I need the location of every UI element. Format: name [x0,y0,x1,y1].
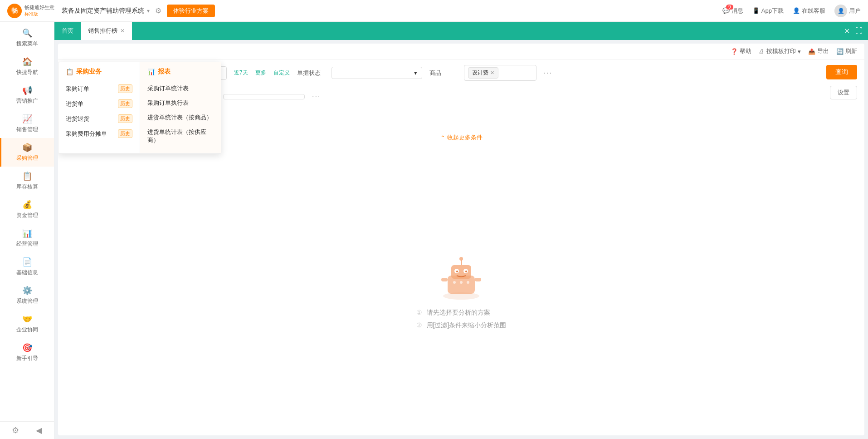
sidebar-label-cooperation: 企业协同 [16,326,38,334]
sidebar-label-operation: 经营管理 [16,240,38,248]
sidebar-item-basic[interactable]: 📄 基础信息 [0,252,54,281]
purchase-icon: 📦 [22,143,32,153]
system-title: 装备及固定资产辅助管理系统 ▾ [62,7,150,15]
settings-gear-icon[interactable]: ⚙ [155,6,161,15]
hist-badge-expense: 历史 [118,129,132,138]
settings-bottom-icon[interactable]: ⚙ [12,425,19,435]
hist-badge-purchase-order: 历史 [118,84,132,93]
goods-filter[interactable]: 设计费 ✕ [464,65,536,81]
doc-status-select[interactable]: ▾ [332,67,422,79]
date-shortcut-custom[interactable]: 自定义 [273,69,290,77]
logo-title: 畅捷通好生意 [24,4,54,10]
industry-btn[interactable]: 体验行业方案 [167,5,215,17]
tab-close-icon[interactable]: ✕ [120,28,125,34]
purchase-section-icon: 📋 [66,68,73,75]
avatar: 👤 [834,5,847,17]
tab-fullscreen-icon[interactable]: ⛶ [853,25,864,37]
operation-icon: 📊 [22,228,32,238]
svg-point-8 [459,257,463,261]
refresh-btn[interactable]: 🔄 刷新 [836,47,857,55]
collapse-sidebar-icon[interactable]: ◀ [36,425,42,435]
avatar-icon: 👤 [838,8,844,14]
sidebar-item-system[interactable]: ⚙️ 系统管理 [0,281,54,310]
dropdown-item-inbound-supplier[interactable]: 进货单统计表（按供应商） [147,125,214,148]
purchase-dropdown-menu: 📋 采购业务 采购订单 历史 进货单 历史 进货退货 [58,62,221,154]
dropdown-item-expense[interactable]: 采购费用分摊单 历史 [66,126,132,141]
main-layout: 🔍 搜索菜单 🏠 快捷导航 📢 营销推广 📈 销售管理 📦 采购管理 📋 库存核… [0,22,868,439]
sales-icon: 📈 [22,114,32,124]
sidebar-item-purchase[interactable]: 📦 采购管理 [0,138,54,167]
service-icon: 👤 [793,7,800,14]
sidebar-label-capital: 资金管理 [16,212,38,219]
sidebar-item-capital[interactable]: 💰 资金管理 [0,195,54,224]
user-label: 用户 [849,7,861,15]
marketing-icon: 📢 [22,85,32,95]
sidebar-label-search-menu: 搜索菜单 [16,40,38,48]
sidebar-item-operation[interactable]: 📊 经营管理 [0,224,54,252]
date-shortcut-more[interactable]: 更多 [255,69,266,77]
online-service-label: 在线客服 [802,7,825,15]
inventory-icon: 📋 [22,171,32,181]
filter-action-area: 查询 设置 [826,65,857,99]
sidebar-item-marketing[interactable]: 📢 营销推广 [0,81,54,109]
doc-status-label: 单据状态 [297,69,324,77]
sidebar-item-search-menu[interactable]: 🔍 搜索菜单 [0,24,54,52]
report-section-title: 📊 报表 [147,68,214,76]
svg-point-5 [456,271,458,272]
sidebar-item-cooperation[interactable]: 🤝 企业协同 [0,310,54,338]
tab-bar: 首页 销售排行榜 ✕ ✕ ⛶ [54,22,868,40]
guide-icon: 🎯 [22,343,32,353]
collapse-label: 收起更多条件 [447,133,483,142]
active-bar [0,138,1,167]
export-btn[interactable]: 📤 导出 [808,47,829,55]
empty-hint1: ① 请先选择要分析的方案 [416,306,507,319]
dropdown-item-purchase-order[interactable]: 采购订单 历史 [66,81,132,96]
tab-sales-ranking[interactable]: 销售排行榜 ✕ [81,22,132,40]
refresh-label: 刷新 [845,47,857,55]
sidebar-item-guide[interactable]: 🎯 新手引导 [0,338,54,367]
notification-item[interactable]: 💬 9 消息 [722,7,743,15]
salesperson-more-dots[interactable]: ··· [312,93,321,101]
quick-nav-icon: 🏠 [22,57,32,67]
dropdown-item-inbound[interactable]: 进货单 历史 [66,96,132,111]
search-menu-icon: 🔍 [22,28,32,38]
dropdown-item-purchase-stat[interactable]: 采购订单统计表 [147,81,214,96]
goods-tag-close[interactable]: ✕ [490,70,494,76]
tab-close-window-icon[interactable]: ✕ [842,25,852,37]
sidebar-bottom: ⚙ ◀ [0,421,54,439]
cooperation-icon: 🤝 [22,314,32,324]
settings-btn[interactable]: 设置 [830,86,857,99]
app-download-item[interactable]: 📱 App下载 [752,7,784,15]
notification-badge: 9 [726,5,733,10]
sidebar-label-quick-nav: 快捷导航 [16,69,38,76]
sidebar: 🔍 搜索菜单 🏠 快捷导航 📢 营销推广 📈 销售管理 📦 采购管理 📋 库存核… [0,22,54,439]
tab-bar-end: ✕ ⛶ [842,25,868,37]
help-btn[interactable]: ❓ 帮助 [731,47,751,55]
hist-badge-return: 历史 [118,114,132,123]
salesperson-select[interactable] [223,94,305,99]
query-btn[interactable]: 查询 [826,65,857,79]
sidebar-label-system: 系统管理 [16,297,38,305]
notification-label: 消息 [731,7,743,15]
export-label: 导出 [817,47,829,55]
sidebar-item-inventory[interactable]: 📋 库存核算 [0,167,54,195]
dropdown-item-inbound-goods[interactable]: 进货单统计表（按商品） [147,110,214,125]
goods-more-dots[interactable]: ··· [544,69,552,77]
tab-home[interactable]: 首页 [54,22,81,40]
print-btn[interactable]: 🖨 按模板打印 ▾ [759,47,801,55]
export-icon: 📤 [808,48,815,55]
dropdown-item-purchase-exec[interactable]: 采购订单执行表 [147,96,214,110]
dropdown-item-return[interactable]: 进货退货 历史 [66,111,132,126]
report-section: 📊 报表 采购订单统计表 采购订单执行表 进货单统计表（按商品） [140,62,221,153]
online-service-item[interactable]: 👤 在线客服 [793,7,825,15]
date-shortcut-7days[interactable]: 近7天 [234,69,248,77]
svg-point-13 [467,281,469,284]
sidebar-item-sales[interactable]: 📈 销售管理 [0,109,54,138]
svg-rect-9 [441,278,448,281]
print-dropdown-icon: ▾ [798,48,801,55]
sidebar-item-quick-nav[interactable]: 🏠 快捷导航 [0,52,54,81]
empty-text: ① 请先选择要分析的方案 ② 用[过滤]条件来缩小分析范围 [416,306,507,331]
dropdown-header: 📋 采购业务 采购订单 历史 进货单 历史 进货退货 [59,62,221,153]
dropdown-arrow-icon[interactable]: ▾ [147,8,150,14]
user-item[interactable]: 👤 用户 [834,5,861,17]
